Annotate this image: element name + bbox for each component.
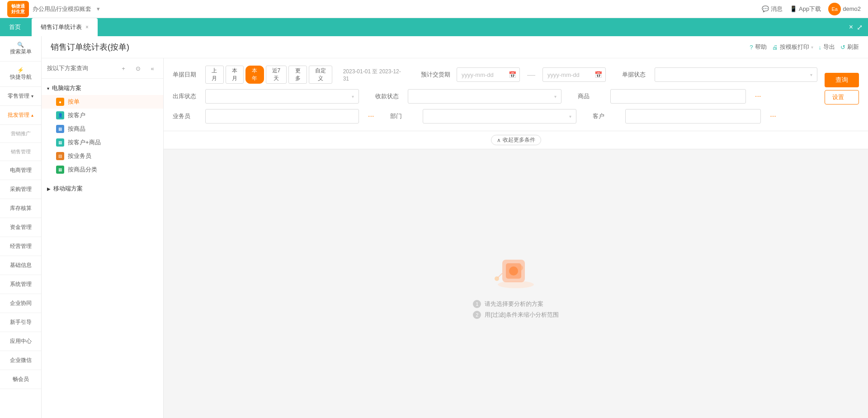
- order-status-label: 单据状态: [622, 71, 647, 79]
- scheme-item-by-order[interactable]: ● 按单: [42, 95, 163, 109]
- date-label: 单据日期: [173, 71, 198, 79]
- scheme-settings-button[interactable]: ⊙: [132, 63, 143, 74]
- user-menu[interactable]: Ea demo2: [828, 3, 861, 15]
- content-body: 按以下方案查询 + ⊙ « ▾ 电脑端方案: [42, 58, 868, 418]
- logo: 畅捷通好生意: [7, 1, 29, 17]
- sidebar-item-quick-nav[interactable]: ⚡ 快捷导航: [0, 62, 41, 87]
- sidebar-item-sales[interactable]: 销售管理: [0, 143, 41, 161]
- sidebar-item-operations[interactable]: 经营管理: [0, 237, 41, 256]
- sidebar-item-wechat[interactable]: 企业微信: [0, 351, 41, 370]
- main-layout: 🔍 搜索菜单 ⚡ 快捷导航 零售管理 ▾ 批发管理 ▴ 营销推广 销售管理 电商…: [0, 36, 868, 418]
- add-scheme-button[interactable]: +: [118, 63, 129, 74]
- tab-bar-actions: × ⤢: [849, 23, 868, 32]
- scheme-item-by-product-category[interactable]: ▦ 按商品分类: [42, 163, 163, 176]
- window-close-icon[interactable]: ×: [849, 23, 853, 31]
- content-area: 销售订单统计表(按单) ? 帮助 🖨 按模板打印 ▾ ↓ 导出 ↺ 刷新: [42, 36, 868, 418]
- date-buttons: 上月 本月 本年 近7天 更多 自定义: [205, 66, 332, 84]
- tab-close-icon[interactable]: ×: [85, 24, 89, 30]
- app-download-button[interactable]: 📱 App下载: [790, 5, 821, 13]
- tab-bar: 首页 销售订单统计表 × × ⤢: [0, 18, 868, 36]
- department-select[interactable]: ▾: [423, 109, 576, 124]
- setup-button[interactable]: 设置: [825, 90, 859, 104]
- panel-collapse-button[interactable]: «: [147, 63, 158, 74]
- chevron-right-icon: ▶: [47, 186, 51, 191]
- product-label: 商品: [578, 92, 603, 100]
- sidebar-item-finance[interactable]: 资金管理: [0, 218, 41, 237]
- date-btn-this-month[interactable]: 本月: [226, 66, 244, 84]
- app-title: 办公用品行业模拟账套: [33, 5, 91, 13]
- sidebar-item-inventory[interactable]: 库存核算: [0, 199, 41, 218]
- product-input[interactable]: [610, 89, 746, 104]
- empty-svg: [489, 246, 543, 291]
- date-btn-this-year[interactable]: 本年: [245, 66, 264, 84]
- top-bar-left: 畅捷通好生意 办公用品行业模拟账套 ▾: [7, 1, 100, 17]
- scheme-item-by-product[interactable]: ▦ 按商品: [42, 122, 163, 136]
- print-button[interactable]: 🖨 按模板打印 ▾: [772, 43, 813, 51]
- calendar-icon-end[interactable]: 📅: [594, 71, 602, 78]
- date-btn-last-7-days[interactable]: 近7天: [266, 66, 287, 84]
- collapse-button[interactable]: ∧ 收起更多条件: [491, 135, 541, 145]
- chevron-down-icon: ▾: [810, 72, 812, 77]
- left-panel-title: 按以下方案查询: [47, 64, 114, 72]
- scheme-item-by-salesperson[interactable]: ▤ 按业务员: [42, 149, 163, 163]
- scheme-item-by-customer[interactable]: 👤 按客户: [42, 109, 163, 122]
- tab-sales-order-stats[interactable]: 销售订单统计表 ×: [32, 18, 98, 36]
- sidebar-item-newbie[interactable]: 新手引导: [0, 313, 41, 332]
- sidebar-item-basics[interactable]: 基础信息: [0, 256, 41, 275]
- app-title-dropdown-icon[interactable]: ▾: [97, 5, 100, 12]
- scheme-item-by-customer-product[interactable]: ▦ 按客户+商品: [42, 136, 163, 149]
- scheme-icon-order: ●: [56, 98, 64, 106]
- shipping-status-select[interactable]: ▾: [205, 89, 359, 104]
- product-more-icon[interactable]: ···: [755, 92, 761, 100]
- calendar-icon-start[interactable]: 📅: [509, 71, 516, 78]
- payment-status-select[interactable]: ▾: [408, 89, 561, 104]
- left-panel: 按以下方案查询 + ⊙ « ▾ 电脑端方案: [42, 58, 164, 418]
- tab-home[interactable]: 首页: [0, 18, 30, 36]
- scheme-icon-customer: 👤: [56, 111, 64, 119]
- action-col: 查询 设置: [825, 66, 859, 112]
- sidebar-item-purchase[interactable]: 采购管理: [0, 180, 41, 199]
- chevron-down-icon: ▾: [554, 94, 557, 99]
- hint-num-1: 1: [473, 300, 481, 308]
- sidebar-item-retail[interactable]: 零售管理 ▾: [0, 87, 41, 106]
- chevron-down-icon: ▾: [352, 94, 354, 99]
- collapse-icon: «: [151, 65, 154, 72]
- scheme-icon-salesperson: ▤: [56, 152, 64, 160]
- help-button[interactable]: ? 帮助: [750, 43, 766, 51]
- customer-input[interactable]: [625, 109, 761, 124]
- customer-more-icon[interactable]: ···: [770, 112, 776, 120]
- gear-icon: ⊙: [136, 65, 141, 72]
- window-maximize-icon[interactable]: ⤢: [857, 23, 863, 32]
- sidebar-item-marketing[interactable]: 营销推广: [0, 125, 41, 143]
- refresh-button[interactable]: ↺ 刷新: [840, 43, 859, 51]
- salesperson-label: 业务员: [173, 112, 198, 120]
- page-actions: ? 帮助 🖨 按模板打印 ▾ ↓ 导出 ↺ 刷新: [750, 43, 859, 51]
- page-header: 销售订单统计表(按单) ? 帮助 🖨 按模板打印 ▾ ↓ 导出 ↺ 刷新: [42, 36, 868, 58]
- scheme-icon-customer-product: ▦: [56, 138, 64, 147]
- sidebar-item-system[interactable]: 系统管理: [0, 275, 41, 294]
- order-status-select[interactable]: ▾: [655, 67, 817, 82]
- sidebar-item-ecommerce[interactable]: 电商管理: [0, 161, 41, 180]
- sidebar-item-enterprise[interactable]: 企业协同: [0, 294, 41, 313]
- date-btn-more[interactable]: 更多: [288, 66, 307, 84]
- chevron-down-icon: ▾: [569, 114, 571, 119]
- query-button[interactable]: 查询: [825, 73, 859, 87]
- date-btn-last-month[interactable]: 上月: [205, 66, 224, 84]
- date-range-display: 2023-01-01 至 2023-12-31: [343, 68, 405, 82]
- sidebar-item-search-menu[interactable]: 🔍 搜索菜单: [0, 36, 41, 62]
- filter-area: 单据日期 上月 本月 本年 近7天 更多 自定义 2023-01-01 至 20…: [164, 58, 868, 131]
- empty-state: 1 请先选择要分析的方案 2 用[过滤]条件来缩小分析范围: [164, 149, 868, 418]
- message-button[interactable]: 💬 消息: [762, 5, 783, 13]
- sidebar-item-members[interactable]: 畅会员: [0, 370, 41, 389]
- salesperson-more-icon[interactable]: ···: [368, 112, 374, 120]
- pc-scheme-group-header[interactable]: ▾ 电脑端方案: [42, 81, 163, 95]
- mobile-scheme-group-header[interactable]: ▶ 移动端方案: [42, 182, 163, 195]
- date-btn-custom[interactable]: 自定义: [309, 66, 332, 84]
- salesperson-input[interactable]: [205, 109, 359, 124]
- sidebar-item-appcenter[interactable]: 应用中心: [0, 332, 41, 351]
- sidebar-item-wholesale[interactable]: 批发管理 ▴: [0, 106, 41, 125]
- export-button[interactable]: ↓ 导出: [819, 43, 835, 51]
- print-icon: 🖨: [772, 44, 778, 51]
- sidebar: 🔍 搜索菜单 ⚡ 快捷导航 零售管理 ▾ 批发管理 ▴ 营销推广 销售管理 电商…: [0, 36, 42, 418]
- expected-date-start-wrap: 📅: [457, 67, 520, 82]
